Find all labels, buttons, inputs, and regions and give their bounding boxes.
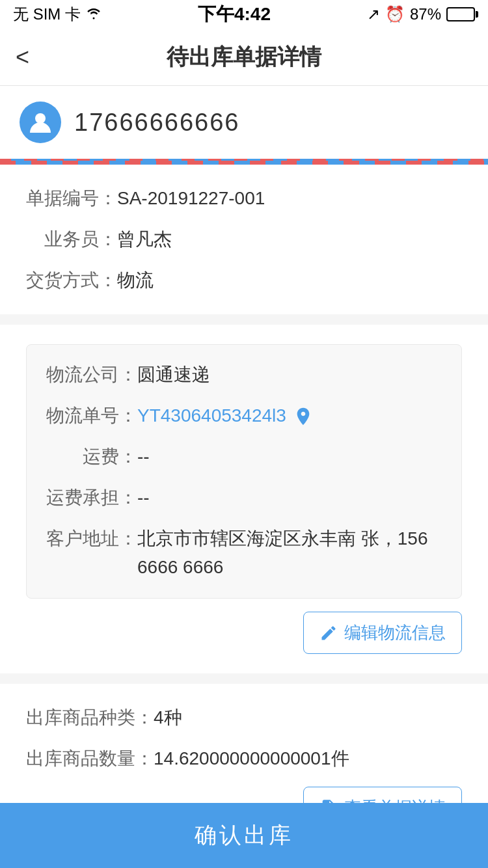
- separator-1: [0, 314, 488, 325]
- document-number-row: 单据编号： SA-20191227-001: [26, 184, 462, 213]
- edit-icon: [319, 624, 338, 642]
- logistics-company-row: 物流公司： 圆通速递: [46, 360, 442, 390]
- confirm-button-text: 确认出库: [195, 821, 293, 850]
- goods-quantity-row: 出库商品数量： 14.620000000000001件: [26, 744, 462, 774]
- carrier-text: 无 SIM 卡: [13, 4, 81, 25]
- nav-bar: < 待出库单据详情: [0, 29, 488, 86]
- svg-point-0: [35, 113, 46, 124]
- freight-bearer-label: 运费承担：: [46, 483, 137, 513]
- freight-bearer-value: --: [137, 483, 442, 513]
- edit-logistics-button[interactable]: 编辑物流信息: [303, 612, 462, 654]
- user-icon: [27, 109, 53, 135]
- document-number-label: 单据编号：: [26, 184, 117, 213]
- status-right: ↗ ⏰ 87%: [367, 5, 475, 23]
- main-content: 17666666666 单据编号： SA-20191227-001 业务员： 曾…: [0, 86, 488, 868]
- logistics-tracking-value: YT43064053424l3: [137, 401, 442, 431]
- battery-icon: [446, 7, 475, 21]
- address-value: 北京市市辖区海淀区永丰南 张，156 6666 6666: [137, 524, 442, 583]
- status-time: 下午4:42: [198, 2, 271, 27]
- salesman-row: 业务员： 曾凡杰: [26, 225, 462, 254]
- goods-type-row: 出库商品种类： 4种: [26, 703, 462, 733]
- confirm-bar[interactable]: 确认出库: [0, 803, 488, 868]
- page-title: 待出库单据详情: [167, 42, 321, 72]
- logistics-company-value: 圆通速递: [137, 360, 442, 390]
- freight-row: 运费： --: [46, 442, 442, 472]
- goods-type-label: 出库商品种类：: [26, 703, 154, 733]
- goods-quantity-value: 14.620000000000001件: [154, 744, 462, 774]
- logistics-inner-card: 物流公司： 圆通速递 物流单号： YT43064053424l3 运费： -- …: [26, 344, 462, 599]
- salesman-value: 曾凡杰: [117, 225, 462, 254]
- delivery-method-value: 物流: [117, 266, 462, 295]
- salesman-label: 业务员：: [26, 225, 117, 254]
- phone-number: 17666666666: [74, 109, 239, 137]
- logistics-tracking-label: 物流单号：: [46, 401, 137, 431]
- edit-logistics-label: 编辑物流信息: [344, 621, 446, 644]
- map-pin-icon[interactable]: [293, 406, 314, 427]
- back-button[interactable]: <: [16, 44, 29, 71]
- wifi-icon: [86, 5, 102, 23]
- avatar: [20, 102, 61, 143]
- battery-percent: 87%: [410, 5, 441, 23]
- alarm-icon: ⏰: [385, 5, 405, 23]
- freight-label: 运费：: [46, 442, 137, 472]
- address-label: 客户地址：: [46, 524, 137, 554]
- document-number-value: SA-20191227-001: [117, 184, 462, 213]
- status-bar: 无 SIM 卡 下午4:42 ↗ ⏰ 87%: [0, 0, 488, 29]
- address-row: 客户地址： 北京市市辖区海淀区永丰南 张，156 6666 6666: [46, 524, 442, 583]
- status-left: 无 SIM 卡: [13, 4, 102, 25]
- delivery-method-label: 交货方式：: [26, 266, 117, 295]
- edit-btn-row: 编辑物流信息: [26, 612, 462, 654]
- delivery-method-row: 交货方式： 物流: [26, 266, 462, 295]
- tracking-number-text: YT43064053424l3: [137, 401, 286, 431]
- separator-2: [0, 673, 488, 684]
- freight-value: --: [137, 442, 442, 472]
- freight-bearer-row: 运费承担： --: [46, 483, 442, 513]
- header-card: 17666666666: [0, 86, 488, 161]
- goods-type-value: 4种: [154, 703, 462, 733]
- logistics-section: 物流公司： 圆通速递 物流单号： YT43064053424l3 运费： -- …: [0, 325, 488, 673]
- logistics-tracking-row: 物流单号： YT43064053424l3: [46, 401, 442, 431]
- location-icon: ↗: [367, 5, 380, 23]
- basic-info-section: 单据编号： SA-20191227-001 业务员： 曾凡杰 交货方式： 物流: [0, 165, 488, 314]
- goods-quantity-label: 出库商品数量：: [26, 744, 154, 774]
- logistics-company-label: 物流公司：: [46, 360, 137, 390]
